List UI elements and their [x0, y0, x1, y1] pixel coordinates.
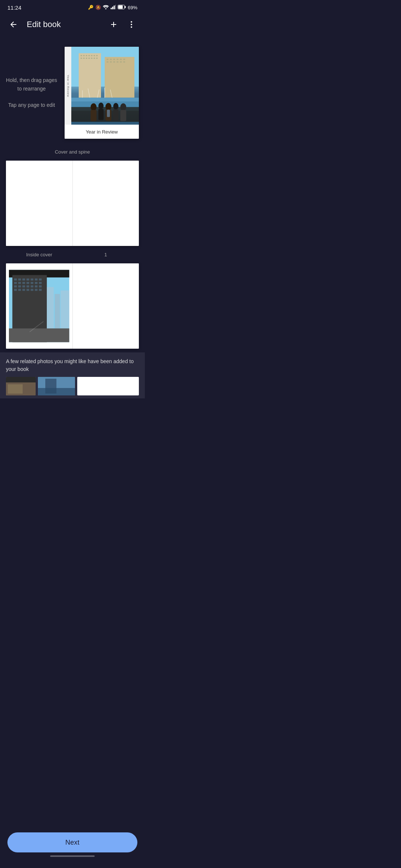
- svg-rect-23: [88, 58, 90, 59]
- svg-rect-72: [31, 282, 33, 284]
- svg-rect-91: [61, 290, 69, 328]
- svg-rect-5: [125, 6, 126, 8]
- svg-rect-22: [86, 58, 87, 59]
- svg-point-9: [131, 26, 132, 28]
- svg-rect-53: [98, 109, 104, 120]
- svg-rect-81: [39, 285, 42, 287]
- svg-rect-70: [22, 282, 25, 284]
- svg-rect-74: [39, 282, 42, 284]
- svg-rect-16: [88, 55, 90, 56]
- svg-rect-76: [18, 285, 21, 287]
- svg-rect-30: [117, 59, 118, 60]
- cover-photo: [71, 47, 139, 125]
- cover-section: Hold, then drag pages to rearrange Tap a…: [0, 39, 145, 146]
- svg-rect-1: [112, 7, 113, 9]
- thumbnail-strip: [6, 377, 139, 395]
- cover-title-text: Year in Review: [86, 129, 118, 135]
- svg-rect-52: [91, 110, 97, 121]
- svg-rect-80: [35, 285, 38, 287]
- book-spine: Year in Review: [65, 47, 71, 125]
- svg-rect-3: [115, 5, 116, 9]
- svg-rect-86: [31, 289, 33, 291]
- instruction-line2: Tap any page to edit: [6, 101, 57, 109]
- svg-rect-21: [83, 58, 85, 59]
- svg-rect-57: [107, 110, 110, 117]
- instructions-panel: Hold, then drag pages to rearrange Tap a…: [6, 76, 57, 109]
- page-spread-2[interactable]: [6, 263, 139, 349]
- svg-rect-36: [117, 62, 118, 63]
- svg-rect-37: [120, 62, 122, 63]
- more-options-button[interactable]: [124, 17, 139, 32]
- svg-rect-92: [9, 328, 69, 342]
- svg-rect-14: [83, 55, 85, 56]
- page-1-label: 1: [72, 252, 139, 257]
- svg-rect-63: [22, 279, 25, 281]
- svg-rect-17: [91, 55, 92, 56]
- page-title: Edit book: [27, 20, 100, 29]
- svg-rect-18: [94, 55, 95, 56]
- svg-rect-20: [81, 58, 82, 59]
- wifi-icon: [103, 5, 109, 10]
- svg-rect-90: [55, 294, 60, 329]
- notification-banner: A few related photos you might like have…: [0, 352, 145, 398]
- add-button[interactable]: [106, 17, 121, 32]
- svg-rect-79: [31, 285, 33, 287]
- main-content: Hold, then drag pages to rearrange Tap a…: [0, 36, 145, 443]
- svg-point-48: [98, 103, 104, 109]
- svg-rect-11: [79, 53, 101, 98]
- svg-rect-75: [14, 285, 17, 287]
- app-bar: Edit book: [0, 13, 145, 36]
- svg-rect-89: [47, 287, 54, 328]
- page-spread-1[interactable]: [6, 161, 139, 246]
- app-bar-actions: [106, 17, 139, 32]
- svg-rect-88: [39, 289, 42, 291]
- svg-rect-71: [26, 282, 29, 284]
- status-bar: 11:24 🔑 🔕: [0, 0, 145, 13]
- svg-rect-27: [107, 59, 108, 60]
- svg-rect-32: [123, 59, 125, 60]
- signal-icon: [111, 5, 116, 10]
- svg-rect-65: [31, 279, 33, 281]
- svg-rect-73: [35, 282, 38, 284]
- svg-rect-15: [86, 55, 87, 56]
- notification-muted-icon: 🔕: [95, 5, 101, 10]
- cover-preview[interactable]: Year in Review: [65, 47, 139, 139]
- svg-point-50: [113, 103, 118, 110]
- svg-rect-29: [113, 59, 115, 60]
- key-icon: 🔑: [88, 5, 94, 10]
- svg-point-8: [131, 24, 132, 25]
- status-time: 11:24: [7, 4, 22, 11]
- pages-section: Inside cover 1: [0, 161, 145, 349]
- pages-label-row-1: Inside cover 1: [6, 250, 139, 263]
- svg-rect-62: [18, 279, 21, 281]
- instruction-line1: Hold, then drag pages to rearrange: [6, 76, 57, 93]
- page-2: [6, 263, 73, 349]
- svg-rect-99: [38, 388, 75, 395]
- svg-rect-95: [6, 377, 36, 382]
- page-3: [73, 263, 139, 349]
- svg-rect-2: [114, 6, 115, 9]
- svg-rect-87: [35, 289, 38, 291]
- svg-rect-28: [110, 59, 112, 60]
- page-1: [73, 161, 139, 246]
- back-button[interactable]: [6, 17, 21, 32]
- svg-rect-55: [113, 109, 118, 121]
- svg-rect-83: [18, 289, 21, 291]
- cover-title-area: Year in Review: [65, 125, 139, 139]
- svg-rect-82: [14, 289, 17, 291]
- thumbnail-2: [38, 377, 75, 395]
- inside-cover-page: [6, 161, 73, 246]
- svg-rect-66: [35, 279, 38, 281]
- svg-rect-31: [120, 59, 122, 60]
- svg-rect-0: [111, 8, 112, 9]
- svg-rect-67: [39, 279, 42, 281]
- svg-rect-77: [22, 285, 25, 287]
- thumbnail-3: [77, 377, 139, 395]
- svg-point-47: [91, 103, 97, 111]
- svg-rect-25: [94, 58, 95, 59]
- status-icons: 🔑 🔕 69%: [88, 5, 137, 10]
- svg-rect-34: [110, 62, 112, 63]
- svg-point-49: [105, 103, 111, 111]
- battery-percentage: 69%: [128, 5, 137, 10]
- svg-rect-6: [118, 5, 123, 9]
